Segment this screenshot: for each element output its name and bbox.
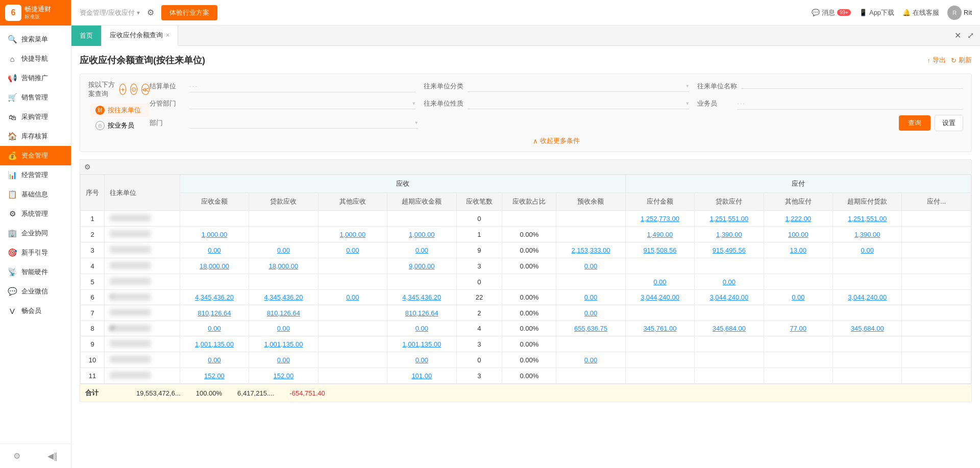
promo-button[interactable]: 体验行业方案 xyxy=(161,5,217,20)
cell-rec_loan[interactable]: 18,000.00 xyxy=(249,258,318,274)
query-button[interactable]: 查询 xyxy=(899,115,930,131)
customer-service-action[interactable]: 🔔 在线客服 xyxy=(902,8,939,17)
cell-rec_amount[interactable]: 810,126.64 xyxy=(180,305,249,321)
cell-rec_amount[interactable]: 0.00 xyxy=(180,242,249,258)
cell-pay_amount[interactable]: 345,761.00 xyxy=(625,321,694,336)
messages-action[interactable]: 💬 消息 99+ xyxy=(812,8,851,17)
table-settings-icon[interactable]: ⚙ xyxy=(84,163,91,171)
sidebar-item-finance[interactable]: 💰 资金管理 xyxy=(0,146,71,165)
cell-rec_loan[interactable]: 152.00 xyxy=(249,368,318,384)
sidebar-item-hardware[interactable]: 📡 智能硬件 xyxy=(0,262,71,282)
cell-rec_amount[interactable]: 1,000.00 xyxy=(180,227,249,242)
sidebar-item-search[interactable]: 🔍 搜索菜单 xyxy=(0,30,71,49)
filter-collapse-btn[interactable]: ≪ xyxy=(141,84,150,95)
cell-pay_amount[interactable]: 1,252,773.00 xyxy=(625,211,694,227)
filter-add-btn[interactable]: + xyxy=(119,84,127,95)
cell-rec_loan[interactable]: 810,126.64 xyxy=(249,305,318,321)
cell-rec_loan[interactable]: 1,001,135.00 xyxy=(249,336,318,352)
cell-pay_overdue[interactable]: 0.00 xyxy=(833,242,902,258)
tab-close-icon[interactable]: × xyxy=(166,32,169,39)
sidebar-item-member[interactable]: V 畅会员 xyxy=(0,301,71,321)
cell-pay_overdue[interactable]: 1,390.00 xyxy=(833,227,902,242)
tab-home[interactable]: 首页 xyxy=(71,26,102,46)
settings-button[interactable]: 设置 xyxy=(935,115,963,131)
cell-pay_loan[interactable]: 345,684.00 xyxy=(695,321,764,336)
settings-footer-icon[interactable]: ⚙ xyxy=(11,449,22,463)
cell-rec_loan[interactable]: 4,345,436.20 xyxy=(249,290,318,305)
filter-collapse-btn[interactable]: ∧ 收起更多条件 xyxy=(150,136,963,145)
filter-option-staff[interactable]: ⊙ 按业务员 xyxy=(90,119,150,132)
dept-manage-select[interactable]: ▾ xyxy=(189,98,415,109)
cell-rec_amount[interactable]: 1,001,135.00 xyxy=(180,336,249,352)
cell-rec_pre[interactable]: 2,153,333.00 xyxy=(556,242,625,258)
cell-rec_overdue[interactable]: 0.00 xyxy=(387,242,456,258)
cell-pay_other[interactable]: 13.00 xyxy=(764,242,832,258)
cell-pay_overdue[interactable]: 1,251,551.00 xyxy=(833,211,902,227)
sidebar-item-marketing[interactable]: 📢 营销推广 xyxy=(0,68,71,88)
cell-pay_amount[interactable]: 915,508.56 xyxy=(625,242,694,258)
sidebar-item-collab[interactable]: 🏢 企业协同 xyxy=(0,224,71,243)
cell-pay_other[interactable]: 100.00 xyxy=(764,227,832,242)
cell-rec_overdue[interactable]: 0.00 xyxy=(387,321,456,336)
cell-pay_loan[interactable]: 1,251,551.00 xyxy=(695,211,764,227)
collapse-sidebar-icon[interactable]: ◀‖ xyxy=(45,449,60,463)
sidebar-item-inventory[interactable]: 🏠 库存核算 xyxy=(0,127,71,146)
cell-pay_other[interactable]: 0.00 xyxy=(764,290,832,305)
unit-category-select[interactable]: ▾ xyxy=(468,81,690,92)
cell-rec_overdue[interactable]: 101.00 xyxy=(387,368,456,384)
cell-rec_pre[interactable]: 655,636.75 xyxy=(556,321,625,336)
cell-pay_amount[interactable]: 3,044,240.00 xyxy=(625,290,694,305)
sidebar-item-base[interactable]: 📋 基础信息 xyxy=(0,185,71,204)
unit-name-input[interactable] xyxy=(741,84,963,89)
sidebar-item-operations[interactable]: 📊 经营管理 xyxy=(0,165,71,185)
cell-rec_overdue[interactable]: 9,000.00 xyxy=(387,258,456,274)
dept-select[interactable]: ▾ xyxy=(189,117,418,129)
cell-pay_other[interactable]: 77.00 xyxy=(764,321,832,336)
export-button[interactable]: ↑ 导出 xyxy=(927,56,946,65)
tab-query[interactable]: 应收应付余额查询 × xyxy=(102,26,178,46)
cell-rec_amount[interactable]: 0.00 xyxy=(180,352,249,368)
filter-option-unit[interactable]: 财 按往来单位 xyxy=(90,104,150,117)
cell-rec_overdue[interactable]: 1,000.00 xyxy=(387,227,456,242)
cell-rec_loan[interactable]: 0.00 xyxy=(249,352,318,368)
unit-nature-select[interactable]: ▾ xyxy=(468,98,690,109)
cell-rec_pre[interactable]: 0.00 xyxy=(556,305,625,321)
sidebar-item-system[interactable]: ⚙ 系统管理 xyxy=(0,204,71,224)
cell-rec_other[interactable]: 1,000.00 xyxy=(318,227,387,242)
cell-pay_loan[interactable]: 1,390.00 xyxy=(695,227,764,242)
user-avatar-area[interactable]: R Rit xyxy=(947,6,972,20)
cell-rec_amount[interactable]: 4,345,436.20 xyxy=(180,290,249,305)
tab-fullscreen-icon[interactable]: ⤢ xyxy=(965,29,976,42)
cell-rec_pre[interactable]: 0.00 xyxy=(556,290,625,305)
cell-pay_loan[interactable]: 0.00 xyxy=(695,274,764,290)
filter-settings-btn[interactable]: ⊙ xyxy=(130,84,137,95)
tab-close-window-icon[interactable]: ✕ xyxy=(952,29,963,42)
app-download-action[interactable]: 📱 App下载 xyxy=(859,8,894,17)
refresh-button[interactable]: ↻ 刷新 xyxy=(951,56,972,65)
cell-pay_amount[interactable]: 1,490.00 xyxy=(625,227,694,242)
cell-rec_pre[interactable]: 0.00 xyxy=(556,352,625,368)
cell-rec_amount[interactable]: 0.00 xyxy=(180,321,249,336)
cell-rec_other[interactable]: 0.00 xyxy=(318,242,387,258)
cell-rec_overdue[interactable]: 0.00 xyxy=(387,352,456,368)
cell-rec_other[interactable]: 0.00 xyxy=(318,290,387,305)
sidebar-item-guide[interactable]: 🎯 新手引导 xyxy=(0,243,71,262)
cell-rec_overdue[interactable]: 4,345,436.20 xyxy=(387,290,456,305)
salesperson-input[interactable]: ··· xyxy=(737,97,963,110)
cell-rec_overdue[interactable]: 1,001,135.00 xyxy=(387,336,456,352)
cell-rec_pre[interactable]: 0.00 xyxy=(556,258,625,274)
cell-rec_amount[interactable]: 152.00 xyxy=(180,368,249,384)
sidebar-item-sales[interactable]: 🛒 销售管理 xyxy=(0,88,71,107)
cell-pay_other[interactable]: 1,222.00 xyxy=(764,211,832,227)
cell-pay_overdue[interactable]: 3,044,240.00 xyxy=(833,290,902,305)
cell-rec_overdue[interactable]: 810,126.64 xyxy=(387,305,456,321)
cell-rec_loan[interactable]: 0.00 xyxy=(249,321,318,336)
cell-pay_loan[interactable]: 3,044,240.00 xyxy=(695,290,764,305)
sidebar-item-wechat[interactable]: 💬 企业微信 xyxy=(0,282,71,301)
cell-rec_amount[interactable]: 18,000.00 xyxy=(180,258,249,274)
sidebar-item-purchase[interactable]: 🛍 采购管理 xyxy=(0,107,71,127)
cell-pay_overdue[interactable]: 345,684.00 xyxy=(833,321,902,336)
sidebar-item-nav[interactable]: ⌂ 快捷导航 xyxy=(0,49,71,68)
cell-pay_loan[interactable]: 915,495.56 xyxy=(695,242,764,258)
cell-rec_loan[interactable]: 0.00 xyxy=(249,242,318,258)
